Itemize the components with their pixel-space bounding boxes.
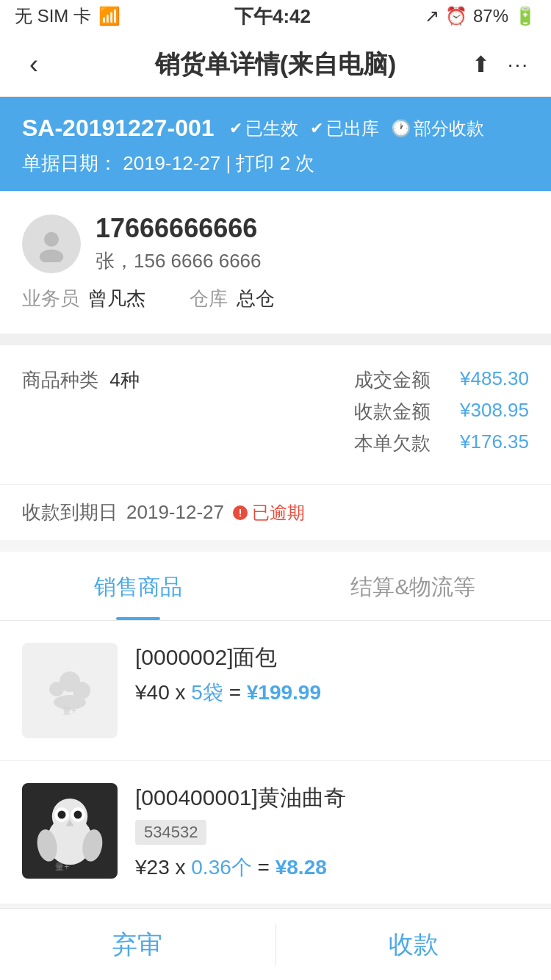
carrier-text: 无 SIM 卡 [15, 4, 91, 28]
product-total-2: ¥8.28 [276, 856, 327, 879]
product-type-label: 商品种类 [22, 369, 98, 391]
product-price-1: ¥40 x 5袋 = ¥199.99 [135, 679, 529, 707]
back-button[interactable]: ‹ [22, 42, 46, 87]
customer-sub: 张，156 6666 6666 [96, 248, 262, 274]
status-badges: ✔ 已生效 ✔ 已出库 🕐 部分收款 [229, 117, 484, 140]
svg-point-3 [49, 682, 64, 696]
battery-text: 87% [473, 6, 508, 26]
stats-right: 成交金额 ¥485.30 收款金额 ¥308.95 本单欠款 ¥176.35 [354, 367, 529, 462]
product-thumb-1: 量+ [22, 643, 118, 738]
header-date: 单据日期： 2019-12-27 | 打印 2 次 [22, 151, 529, 176]
share-icon[interactable]: ⬆ [472, 51, 490, 77]
overdue-text: 已逾期 [252, 501, 305, 525]
product-list: 量+ [0000002]面包 ¥40 x 5袋 = ¥199.99 [0, 621, 551, 904]
nav-bar: ‹ 销货单详情(来自电脑) ⬆ ··· [0, 32, 551, 97]
overdue-dot-icon: ! [233, 505, 248, 520]
product-item-2: 量+ [000400001]黄油曲奇 534532 ¥23 x 0.36个 = … [0, 761, 551, 904]
badge-activated: ✔ 已生效 [229, 117, 298, 140]
product-total-1: ¥199.99 [247, 681, 321, 704]
warehouse-label: 仓库 [190, 286, 228, 311]
alarm-icon: ⏰ [445, 6, 467, 26]
more-icon[interactable]: ··· [508, 53, 529, 76]
nav-right-icons: ⬆ ··· [472, 51, 529, 77]
customer-details: 业务员 曾凡杰 仓库 总仓 [22, 286, 529, 311]
received-value: ¥308.95 [460, 399, 529, 425]
product-name-2: [000400001]黄油曲奇 [135, 783, 529, 813]
product-info-1: [0000002]面包 ¥40 x 5袋 = ¥199.99 [135, 643, 529, 738]
header-banner: SA-20191227-001 ✔ 已生效 ✔ 已出库 🕐 部分收款 单据日期：… [0, 97, 551, 191]
product-thumb-2: 量+ [22, 783, 118, 879]
amount-label: 成交金额 [354, 367, 431, 393]
customer-info-block: 17666666666 张，156 6666 6666 [96, 213, 262, 274]
tab-sales-products[interactable]: 销售商品 [0, 552, 276, 620]
tabs-section: 销售商品 结算&物流等 [0, 552, 551, 621]
svg-text:量+: 量+ [55, 862, 69, 871]
product-qty-1: 5袋 [191, 681, 223, 704]
location-icon: ↗ [425, 6, 439, 26]
customer-name: 17666666666 [96, 213, 262, 244]
due-section: 收款到期日 2019-12-27 ! 已逾期 [0, 484, 551, 540]
confirm-button[interactable]: 收款 [276, 909, 552, 980]
due-date-value: 2019-12-27 [126, 501, 224, 524]
warehouse-value: 总仓 [237, 286, 275, 311]
avatar [22, 215, 81, 273]
cancel-button[interactable]: 弃审 [0, 909, 276, 980]
due-value: ¥176.35 [460, 430, 529, 456]
badge-partial: 🕐 部分收款 [391, 117, 484, 140]
received-label: 收款金额 [354, 399, 431, 425]
overdue-badge: ! 已逾期 [233, 501, 305, 525]
battery-icon: 🔋 [514, 6, 536, 26]
tab-settlement[interactable]: 结算&物流等 [276, 552, 551, 620]
divider-1 [0, 334, 551, 345]
svg-point-12 [74, 811, 82, 819]
product-qty-2: 0.36个 [191, 856, 252, 879]
stats-left: 商品种类 4种 [22, 367, 140, 393]
product-item-1: 量+ [0000002]面包 ¥40 x 5袋 = ¥199.99 [0, 621, 551, 761]
bottom-bar: 弃审 收款 [0, 908, 551, 980]
tabs: 销售商品 结算&物流等 [0, 552, 551, 621]
due-label: 本单欠款 [354, 430, 431, 456]
svg-point-11 [58, 811, 66, 819]
nav-title: 销货单详情(来自电脑) [155, 48, 397, 82]
badge-shipped: ✔ 已出库 [310, 117, 379, 140]
stats-section: 商品种类 4种 成交金额 ¥485.30 收款金额 ¥308.95 本单欠款 ¥… [0, 345, 551, 484]
salesperson-label: 业务员 [22, 286, 79, 311]
svg-point-1 [40, 249, 64, 262]
status-bar: 无 SIM 卡 📶 下午4:42 ↗ ⏰ 87% 🔋 [0, 0, 551, 32]
product-name-1: [0000002]面包 [135, 643, 529, 673]
product-tag-2: 534532 [135, 820, 206, 845]
svg-text:量+: 量+ [62, 706, 76, 716]
product-type-count: 4种 [109, 369, 139, 391]
salesperson-value: 曾凡杰 [88, 286, 145, 311]
status-left: 无 SIM 卡 📶 [15, 4, 120, 28]
product-price-2: ¥23 x 0.36个 = ¥8.28 [135, 854, 529, 882]
svg-point-0 [44, 231, 59, 246]
customer-section: 17666666666 张，156 6666 6666 业务员 曾凡杰 仓库 总… [0, 191, 551, 334]
order-id: SA-20191227-001 [22, 115, 215, 142]
amount-value: ¥485.30 [460, 367, 529, 393]
status-right: ↗ ⏰ 87% 🔋 [425, 6, 536, 26]
due-date-label: 收款到期日 [22, 500, 118, 525]
product-info-2: [000400001]黄油曲奇 534532 ¥23 x 0.36个 = ¥8.… [135, 783, 529, 882]
wifi-icon: 📶 [98, 6, 120, 26]
status-time: 下午4:42 [234, 4, 311, 29]
